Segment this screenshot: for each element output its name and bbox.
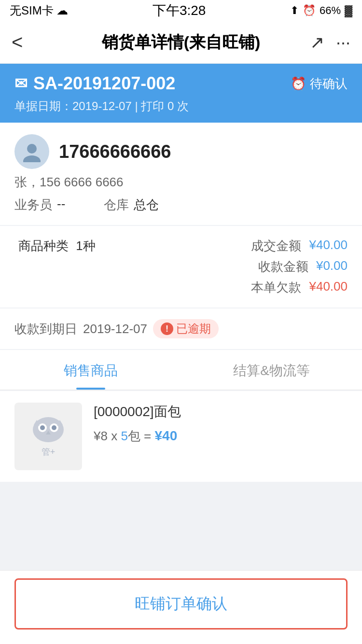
confirm-order-button[interactable]: 旺铺订单确认 [14, 578, 348, 630]
salesperson-label: 业务员 [14, 196, 52, 213]
product-price-value: ¥8 [94, 429, 108, 443]
status-clock-icon: ⏰ [291, 76, 306, 91]
due-amount-row: 本单欠款 ¥40.00 [251, 279, 348, 296]
due-amount-label: 本单欠款 [251, 279, 301, 296]
customer-avatar [14, 134, 49, 169]
due-section: 收款到期日 2019-12-07 ! 已逾期 [0, 308, 362, 349]
product-type-label: 商品种类 [18, 238, 69, 253]
summary-section: 商品种类 1种 成交金额 ¥40.00 收款金额 ¥0.00 本单欠款 ¥40.… [0, 226, 362, 308]
tab-sales-product[interactable]: 销售商品 [0, 350, 181, 390]
battery-icon: ▓ [345, 4, 352, 17]
product-thumbnail: 管+ [14, 403, 82, 470]
warehouse-item: 仓库 总仓 [104, 196, 159, 213]
svg-point-6 [52, 425, 56, 430]
print-count: | [135, 99, 141, 112]
status-right: ⬆ ⏰ 66% ▓ [290, 4, 352, 17]
share-icon[interactable]: ↗ [310, 32, 324, 53]
location-icon: ⬆ [290, 4, 299, 17]
svg-point-2 [33, 417, 64, 442]
product-logo [29, 415, 68, 444]
status-bar: 无SIM卡 ☁ 下午3:28 ⬆ ⏰ 66% ▓ [0, 0, 362, 21]
battery-label: 66% [320, 4, 341, 17]
tab-settlement-label: 结算&物流等 [233, 363, 310, 378]
nav-bar: < 销货单详情(来自旺铺) ↗ ··· [0, 21, 362, 64]
bottom-bar: 旺铺订单确认 [0, 570, 362, 644]
product-thumb-inner: 管+ [29, 415, 68, 458]
tab-settlement[interactable]: 结算&物流等 [181, 350, 362, 390]
order-status: ⏰ 待确认 [291, 75, 348, 92]
back-button[interactable]: < [12, 31, 23, 53]
avatar-icon [21, 141, 42, 162]
overdue-icon: ! [161, 322, 173, 335]
deal-amount-label: 成交金额 [251, 238, 301, 254]
tab-sales-product-label: 销售商品 [64, 363, 118, 378]
order-header-top: ✉ SA-20191207-002 ⏰ 待确认 [14, 73, 348, 94]
order-date: 单据日期：2019-12-07 [14, 99, 132, 112]
no-sim-label: 无SIM卡 ☁ [10, 3, 68, 18]
customer-phone: 17666666666 [59, 141, 171, 162]
svg-point-0 [27, 144, 37, 154]
product-code: [0000002] [94, 404, 154, 419]
due-date-value: 2019-12-07 [83, 322, 147, 336]
customer-section: 17666666666 张，156 6666 6666 业务员 -- 仓库 总仓 [0, 123, 362, 225]
product-type-item: 商品种类 1种 [14, 238, 96, 254]
warehouse-label: 仓库 [104, 196, 129, 213]
order-id: ✉ SA-20191207-002 [14, 73, 175, 94]
product-quantity: 5 [121, 429, 127, 443]
payment-amount-row: 收款金额 ¥0.00 [258, 258, 348, 275]
due-amount-value: ¥40.00 [309, 279, 348, 296]
status-left: 无SIM卡 ☁ [10, 3, 68, 18]
product-info: [0000002]面包 ¥8 x 5包 = ¥40 [94, 403, 348, 445]
tabs-section: 销售商品 结算&物流等 [0, 350, 362, 390]
deal-amount-row: 成交金额 ¥40.00 [251, 238, 348, 254]
deal-amount-value: ¥40.00 [309, 238, 348, 254]
payment-amount-value: ¥0.00 [316, 258, 348, 275]
salesperson-item: 业务员 -- [14, 196, 65, 213]
page-title: 销货单详情(来自旺铺) [102, 31, 261, 54]
nav-actions: ↗ ··· [310, 32, 350, 53]
payment-amount-label: 收款金额 [258, 258, 308, 275]
product-multiply: x [111, 429, 121, 443]
status-time: 下午3:28 [153, 1, 206, 20]
due-date-label: 收款到期日 [14, 321, 77, 337]
order-header: ✉ SA-20191207-002 ⏰ 待确认 单据日期：2019-12-07 … [0, 64, 362, 123]
customer-top: 17666666666 [14, 134, 348, 169]
summary-left: 商品种类 1种 [14, 238, 96, 254]
more-icon[interactable]: ··· [336, 32, 350, 53]
warehouse-value: 总仓 [134, 196, 159, 213]
product-equals: = [144, 429, 154, 443]
product-name-text: 面包 [154, 404, 181, 419]
salesperson-value: -- [57, 196, 65, 213]
product-item: 管+ [0000002]面包 ¥8 x 5包 = ¥40 [0, 391, 362, 482]
content-spacer [0, 482, 362, 578]
customer-name: 张，156 6666 6666 [14, 174, 348, 191]
product-name: [0000002]面包 [94, 403, 348, 421]
overdue-badge: ! 已逾期 [153, 319, 219, 338]
product-price: ¥8 x 5包 = ¥40 [94, 428, 348, 445]
svg-point-1 [23, 155, 41, 162]
print-count-text: 打印 0 次 [141, 99, 189, 112]
alarm-icon: ⏰ [303, 4, 316, 17]
order-icon: ✉ [14, 74, 28, 93]
product-unit: 包 [128, 429, 140, 443]
svg-point-5 [40, 425, 45, 430]
customer-meta: 业务员 -- 仓库 总仓 [14, 196, 348, 213]
order-id-text: SA-20191207-002 [33, 73, 175, 94]
product-type-value: 1种 [76, 238, 95, 253]
summary-right: 成交金额 ¥40.00 收款金额 ¥0.00 本单欠款 ¥40.00 [251, 238, 348, 296]
order-meta: 单据日期：2019-12-07 | 打印 0 次 [14, 98, 348, 114]
order-status-text: 待确认 [310, 75, 348, 92]
product-total: ¥40 [155, 428, 178, 443]
overdue-text: 已逾期 [176, 321, 211, 336]
product-logo-text: 管+ [42, 446, 56, 458]
